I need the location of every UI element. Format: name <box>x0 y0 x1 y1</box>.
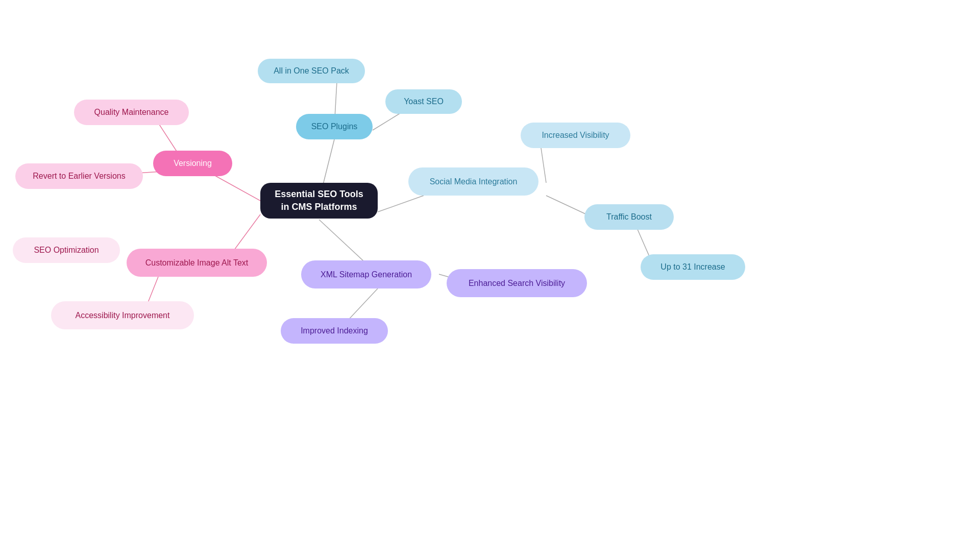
xml-sitemap-node: XML Sitemap Generation <box>301 260 431 288</box>
svg-line-2 <box>373 111 403 130</box>
accessibility-node: Accessibility Improvement <box>51 301 194 329</box>
seo-optimization-node: SEO Optimization <box>13 237 120 263</box>
traffic-boost-node: Traffic Boost <box>584 204 674 230</box>
customizable-alt-node: Customizable Image Alt Text <box>127 249 267 277</box>
quality-maintenance-node: Quality Maintenance <box>74 100 189 125</box>
increased-visibility-node: Increased Visibility <box>521 123 630 148</box>
center-node: Essential SEO Tools in CMS Platforms <box>260 183 378 219</box>
svg-line-3 <box>378 196 424 212</box>
versioning-node: Versioning <box>153 151 232 176</box>
enhanced-search-node: Enhanced Search Visibility <box>447 269 587 297</box>
seo-plugins-node: SEO Plugins <box>296 114 373 139</box>
revert-versions-node: Revert to Earlier Versions <box>15 163 143 189</box>
yoast-seo-node: Yoast SEO <box>385 89 462 114</box>
all-in-one-seo-node: All in One SEO Pack <box>258 59 365 83</box>
social-media-node: Social Media Integration <box>408 167 538 196</box>
svg-line-4 <box>541 148 546 183</box>
improved-indexing-node: Improved Indexing <box>281 318 388 344</box>
up-to-31-node: Up to 31 Increase <box>641 254 745 280</box>
